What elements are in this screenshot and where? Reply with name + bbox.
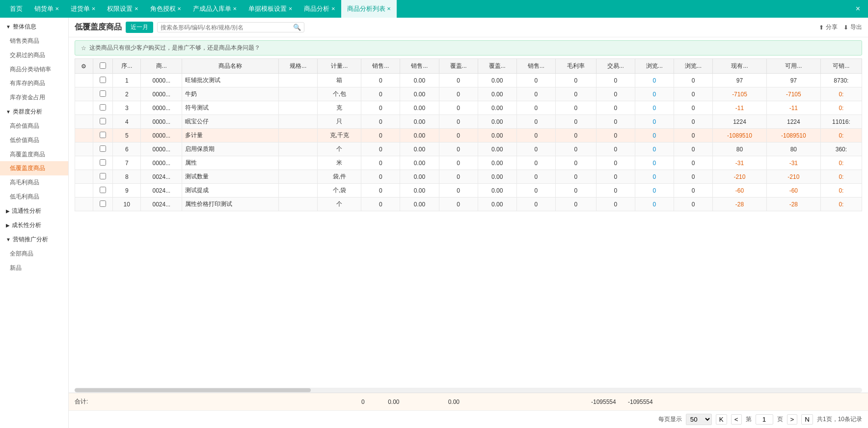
- scrollbar-thumb[interactable]: [75, 388, 311, 392]
- page-size-select[interactable]: 50 100: [686, 414, 712, 425]
- row-browse1[interactable]: 0: [635, 156, 674, 170]
- row-unit: 克: [318, 101, 361, 115]
- row-check[interactable]: [93, 101, 112, 115]
- prev-page-button[interactable]: <: [731, 414, 742, 425]
- row-no: 2: [113, 87, 141, 101]
- sidebar-item-all-goods[interactable]: 全部商品: [0, 247, 68, 261]
- horizontal-scrollbar[interactable]: [75, 388, 862, 393]
- nav-permission[interactable]: 权限设置 ×: [101, 0, 144, 18]
- row-browse1[interactable]: 0: [635, 170, 674, 184]
- row-check[interactable]: [93, 115, 112, 129]
- sidebar-item-new-goods[interactable]: 新品: [0, 261, 68, 275]
- row-check[interactable]: [93, 198, 112, 211]
- next-page-button[interactable]: >: [787, 414, 798, 425]
- sidebar-item-stocked-goods[interactable]: 有库存的商品: [0, 76, 68, 90]
- row-saleable: 0:: [820, 87, 862, 101]
- table-container[interactable]: ⚙ 序... 商... 商品名称 规格... 计量... 销售... 销售...…: [75, 58, 862, 388]
- row-no: 6: [113, 143, 141, 156]
- last-page-button[interactable]: N: [801, 414, 813, 425]
- col-settings[interactable]: ⚙: [75, 59, 93, 74]
- row-browse1[interactable]: 0: [635, 129, 674, 143]
- row-browse1[interactable]: 0: [635, 198, 674, 211]
- nav-analysis[interactable]: 商品分析 ×: [298, 0, 341, 18]
- row-browse1[interactable]: 0: [635, 74, 674, 87]
- sidebar-item-high-coverage[interactable]: 高覆盖度商品: [0, 147, 68, 162]
- row-sales-qty: 0: [361, 143, 400, 156]
- col-unit-header: 计量...: [318, 59, 361, 74]
- page-input[interactable]: [756, 414, 773, 425]
- row-browse1[interactable]: 0: [635, 115, 674, 129]
- nav-template[interactable]: 单据模板设置 ×: [243, 0, 298, 18]
- arrow-icon-growth: ▶: [6, 223, 10, 228]
- sidebar-section-flow[interactable]: ▶ 流通性分析: [0, 204, 68, 218]
- nav-role[interactable]: 角色授权 ×: [144, 0, 187, 18]
- search-box: 🔍: [157, 22, 304, 32]
- sidebar-section-marketing[interactable]: ▼ 营销推广分析: [0, 232, 68, 247]
- row-check[interactable]: [93, 170, 112, 184]
- row-settings: [75, 74, 93, 87]
- nav-purchase[interactable]: 进货单 ×: [65, 0, 101, 18]
- sidebar-item-category-rate[interactable]: 商品分类动销率: [0, 62, 68, 77]
- first-page-button[interactable]: K: [716, 414, 727, 425]
- period-button[interactable]: 近一月: [126, 22, 153, 33]
- row-name: 测试提成: [182, 184, 279, 198]
- row-no: 7: [113, 156, 141, 170]
- row-settings: [75, 101, 93, 115]
- sidebar-item-traded-goods[interactable]: 交易过的商品: [0, 48, 68, 62]
- row-check[interactable]: [93, 74, 112, 87]
- row-sales-amt: 0.00: [400, 198, 439, 211]
- row-check[interactable]: [93, 184, 112, 198]
- row-saleable: 0:: [820, 170, 862, 184]
- row-current: -1089510: [713, 129, 767, 143]
- row-browse1[interactable]: 0: [635, 87, 674, 101]
- col-checkbox-header[interactable]: [93, 59, 112, 74]
- export-button[interactable]: ⬇ 导出: [843, 23, 862, 31]
- arrow-icon-marketing: ▼: [6, 237, 11, 242]
- row-browse1[interactable]: 0: [635, 143, 674, 156]
- page-of-label: 页: [777, 415, 783, 424]
- table-row: 10 0024... 属性价格打印测试 个 0 0.00 0 0.00 0 0 …: [75, 198, 862, 211]
- total-info: 共1页，10条记录: [817, 415, 862, 424]
- row-check[interactable]: [93, 129, 112, 143]
- row-sales-qty: 0: [361, 87, 400, 101]
- select-all-checkbox[interactable]: [100, 62, 106, 69]
- sidebar-item-low-value[interactable]: 低价值商品: [0, 133, 68, 147]
- row-check[interactable]: [93, 143, 112, 156]
- sidebar-section-growth[interactable]: ▶ 成长性分析: [0, 218, 68, 232]
- nav-production[interactable]: 产成品入库单 ×: [187, 0, 243, 18]
- row-sales-amt: 0.00: [400, 129, 439, 143]
- nav-sales[interactable]: 销货单 ×: [28, 0, 65, 18]
- search-input[interactable]: [161, 24, 293, 31]
- sidebar-item-low-margin[interactable]: 低毛利商品: [0, 190, 68, 204]
- sidebar-item-sales-goods[interactable]: 销售类商品: [0, 34, 68, 48]
- row-check[interactable]: [93, 87, 112, 101]
- sidebar-item-high-value[interactable]: 高价值商品: [0, 119, 68, 133]
- row-no: 5: [113, 129, 141, 143]
- row-available: -11: [766, 101, 820, 115]
- nav-analysis-list[interactable]: 商品分析列表 ×: [341, 0, 397, 18]
- nav-home[interactable]: 首页: [4, 0, 28, 18]
- sidebar-section-group[interactable]: ▼ 类群度分析: [0, 105, 68, 119]
- row-check[interactable]: [93, 156, 112, 170]
- close-all-button[interactable]: ×: [852, 4, 864, 13]
- row-sales-amt: 0.00: [400, 156, 439, 170]
- row-browse1[interactable]: 0: [635, 184, 674, 198]
- sidebar-item-high-margin[interactable]: 高毛利商品: [0, 175, 68, 190]
- sidebar-item-low-coverage[interactable]: 低覆盖度商品: [0, 161, 68, 175]
- sidebar-section-overall[interactable]: ▼ 整体信息: [0, 20, 68, 34]
- share-button[interactable]: ⬆ 分享: [819, 23, 838, 31]
- row-saleable: 360:: [820, 143, 862, 156]
- settings-icon[interactable]: ⚙: [81, 63, 86, 70]
- row-code: 0000...: [141, 143, 182, 156]
- row-name: 测试数量: [182, 170, 279, 184]
- row-cover1: 0: [439, 129, 478, 143]
- row-no: 3: [113, 101, 141, 115]
- row-sales-amt: 0.00: [400, 115, 439, 129]
- row-name: 启用保质期: [182, 143, 279, 156]
- sidebar-item-stock-capital[interactable]: 库存资金占用: [0, 90, 68, 105]
- row-unit: 箱: [318, 74, 361, 87]
- row-settings: [75, 184, 93, 198]
- row-browse1[interactable]: 0: [635, 101, 674, 115]
- row-settings: [75, 115, 93, 129]
- row-saleable: 8730:: [820, 74, 862, 87]
